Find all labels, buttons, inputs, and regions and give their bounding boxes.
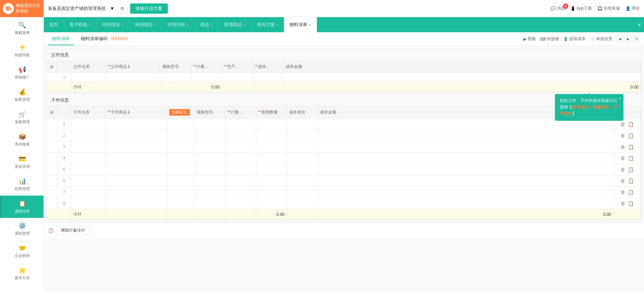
child-row-7-copy[interactable]: 📋 — [627, 189, 634, 196]
child-row-8-delete[interactable]: 🗑 — [620, 200, 626, 207]
child-row-5-copy[interactable]: 📋 — [627, 166, 634, 173]
child-row-1-copy[interactable]: 📋 — [627, 121, 634, 128]
close-all-tabs[interactable]: ✕ — [635, 22, 644, 27]
tab-barcode[interactable]: 条码方案 × — [251, 17, 284, 32]
child-row-1-spec[interactable] — [194, 119, 225, 130]
child-row-8-goods[interactable] — [105, 198, 167, 209]
tab-barcode-close[interactable]: × — [276, 23, 278, 27]
user-item[interactable]: 👤 用友 — [626, 5, 640, 11]
child-row-7-required[interactable] — [256, 187, 287, 198]
child-row-7-qty[interactable] — [225, 187, 256, 198]
tab-profit-close[interactable]: × — [154, 23, 156, 27]
child-row-6-warehouse[interactable] — [71, 175, 105, 187]
child-row-4-required[interactable] — [256, 153, 287, 164]
tab-operations-close[interactable]: × — [121, 23, 123, 27]
tab-newgoods-close[interactable]: × — [243, 23, 245, 27]
child-row-7-unit-cost[interactable] — [287, 187, 318, 198]
child-row-4-qty[interactable] — [225, 153, 256, 164]
child-row-8-copy[interactable]: 📋 — [627, 200, 634, 207]
child-row-1-goods[interactable] — [105, 119, 167, 130]
child-row-2-warehouse[interactable] — [71, 130, 105, 141]
child-row-5-goods[interactable] — [105, 164, 167, 175]
parent-row-1-spec[interactable] — [160, 73, 191, 82]
child-row-6-copy[interactable]: 📋 — [627, 177, 634, 184]
parent-row-1-cost[interactable] — [252, 73, 283, 82]
tab-history-close[interactable]: × — [187, 23, 189, 27]
sidebar-item-finance[interactable]: 💳 资金管理 — [0, 151, 44, 173]
action-get-cost[interactable]: 💲 提取成本 — [563, 36, 586, 42]
sidebar-item-operations[interactable]: 📊 经营管理 — [0, 173, 44, 196]
child-row-7-goods[interactable] — [105, 187, 167, 198]
action-single-settings[interactable]: 📄 单据设置 — [590, 36, 612, 42]
action-shortcut[interactable]: ⌨ 快捷键 — [540, 36, 559, 42]
sidebar-item-quicknav[interactable]: ⚡ 快捷导航 — [0, 39, 44, 62]
child-row-4-spec[interactable] — [194, 153, 225, 164]
child-row-8-unit-cost[interactable] — [287, 198, 318, 209]
tab-goods[interactable]: 商品 × — [195, 17, 219, 32]
sidebar-item-sales[interactable]: 💰 销售管理 — [0, 84, 44, 106]
child-row-8-qty[interactable] — [225, 198, 256, 209]
child-row-7-delete[interactable]: 🗑 — [620, 189, 626, 196]
parent-row-1-production[interactable] — [222, 73, 252, 82]
sidebar-item-enterprise[interactable]: 🤝 企业协同 — [0, 240, 44, 262]
child-row-3-copy[interactable]: 📋 — [627, 143, 634, 150]
arrow-right[interactable]: ▶ — [625, 36, 632, 43]
tab-newgoods[interactable]: 新增商品 × — [219, 17, 251, 32]
sidebar-item-inventory[interactable]: 📦 库存核算 — [0, 129, 44, 151]
child-row-6-delete[interactable]: 🗑 — [620, 177, 626, 184]
child-row-5-unit-cost[interactable] — [287, 164, 318, 175]
add-row-button[interactable]: 增加行备注行 — [56, 226, 90, 235]
child-row-3-warehouse[interactable] — [71, 141, 105, 153]
online-service-item[interactable]: 🎧 在线客服 — [597, 5, 620, 11]
child-row-2-copy[interactable]: 📋 — [627, 132, 634, 139]
child-row-4-copy[interactable]: 📋 — [627, 155, 634, 162]
sidebar-item-marketing[interactable]: 📢 营销推广 — [0, 62, 44, 84]
sidebar-item-guide[interactable]: 🌟 新手引导 — [0, 262, 44, 285]
tab-bom[interactable]: 物料清单 × — [284, 17, 317, 32]
child-row-3-goods[interactable] — [105, 141, 167, 153]
child-row-6-qty[interactable] — [225, 175, 256, 187]
tab-operations[interactable]: 经营情况 × — [97, 17, 129, 32]
child-row-2-spec[interactable] — [194, 130, 225, 141]
child-row-5-qty[interactable] — [225, 164, 256, 175]
child-row-4-unit-cost[interactable] — [287, 153, 318, 164]
child-row-5-required[interactable] — [256, 164, 287, 175]
child-row-3-qty[interactable] — [225, 141, 256, 153]
parent-row-1-goods[interactable] — [105, 73, 160, 82]
tab-history[interactable]: 经营历程 × — [162, 17, 195, 32]
child-row-3-spec[interactable] — [194, 141, 225, 153]
sidebar-item-search[interactable]: 🔍 搜索菜单 — [0, 17, 44, 39]
tab-bom-close[interactable]: × — [309, 23, 311, 27]
sub-tab-list[interactable]: 物料清单 — [48, 33, 74, 45]
child-row-2-goods[interactable] — [105, 130, 167, 141]
trial-button[interactable]: 体验行业方案 — [130, 3, 168, 14]
dropdown-arrow-icon[interactable]: ▼ — [110, 6, 114, 11]
child-row-8-spec[interactable] — [194, 198, 225, 209]
child-row-6-spec[interactable] — [194, 175, 225, 187]
child-row-5-delete[interactable]: 🗑 — [620, 166, 626, 173]
settings-button[interactable]: ⚙ — [117, 4, 127, 13]
child-row-1-warehouse[interactable] — [71, 119, 105, 130]
child-row-2-unit-cost[interactable] — [287, 130, 318, 141]
parent-row-1-qty[interactable] — [191, 73, 222, 82]
tab-goods-close[interactable]: × — [211, 23, 213, 27]
child-row-2-delete[interactable]: 🗑 — [620, 132, 626, 139]
child-row-7-spec[interactable] — [194, 187, 225, 198]
child-row-1-unit-cost[interactable] — [287, 119, 318, 130]
child-row-5-warehouse[interactable] — [71, 164, 105, 175]
child-row-6-required[interactable] — [256, 175, 287, 187]
child-row-6-unit-cost[interactable] — [287, 175, 318, 187]
arrow-left[interactable]: ◀ — [617, 36, 623, 43]
sidebar-item-purchase[interactable]: 🛒 采购管理 — [0, 106, 44, 129]
child-row-4-delete[interactable]: 🗑 — [620, 155, 626, 162]
child-row-6-goods[interactable] — [105, 175, 167, 187]
child-row-4-warehouse[interactable] — [71, 153, 105, 164]
list-view[interactable]: ☰ — [633, 36, 640, 43]
child-row-3-unit-cost[interactable] — [287, 141, 318, 153]
child-row-3-delete[interactable]: 🗑 — [620, 143, 626, 150]
child-row-7-warehouse[interactable] — [71, 187, 105, 198]
child-row-5-spec[interactable] — [194, 164, 225, 175]
tab-home[interactable]: 首页 — [44, 17, 64, 32]
child-row-3-required[interactable] — [256, 141, 287, 153]
action-video[interactable]: ▶ 视频 — [523, 36, 536, 42]
